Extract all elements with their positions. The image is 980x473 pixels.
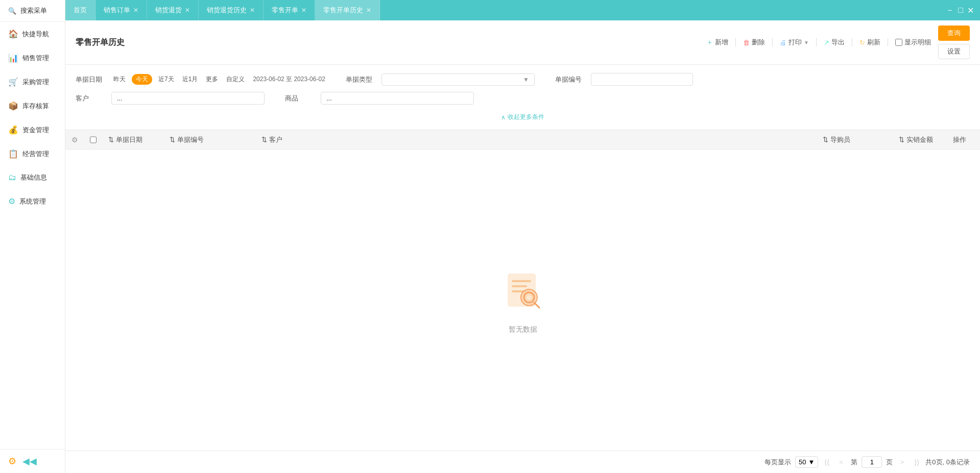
col-amount-sort-icon: ⇅	[899, 136, 904, 143]
add-label: 新增	[715, 38, 728, 47]
collapse-more-button[interactable]: ∧ 收起更多条件	[76, 111, 970, 126]
print-label: 打印	[788, 38, 802, 47]
search-menu-item[interactable]: 🔍 搜索采单	[0, 0, 65, 22]
delete-button[interactable]: 🗑 删除	[743, 38, 765, 47]
search-menu-label: 搜索采单	[20, 6, 47, 15]
baseinfo-icon: 🗂	[8, 173, 16, 182]
date-7days[interactable]: 近7天	[156, 74, 176, 85]
maximize-icon[interactable]: □	[958, 6, 963, 15]
tab-sales-order[interactable]: 销售订单 ✕	[95, 0, 147, 20]
show-detail-checkbox-group[interactable]: 显示明细	[895, 38, 931, 47]
date-range-display: 2023-06-02 至 2023-06-02	[253, 75, 325, 84]
page-word: 第	[851, 458, 857, 467]
tab-retail-open-history[interactable]: 零售开单历史 ✕	[315, 0, 380, 20]
date-yesterday[interactable]: 昨天	[111, 74, 128, 85]
tab-sales-return-history-label: 销货退货历史	[207, 6, 247, 15]
system-icon: ⚙	[8, 196, 15, 206]
col-header-no[interactable]: ⇅ 单据编号	[163, 135, 255, 144]
empty-illustration	[497, 266, 548, 317]
date-today[interactable]: 今天	[132, 74, 152, 85]
goods-filter-select[interactable]: ...	[321, 92, 474, 105]
col-customer-label: 客户	[269, 135, 282, 144]
pagination: 每页显示 50 ▼ ⟨⟨ ＜ 第 1 页 ＞ ⟩⟩ 共0页, 0条记录	[65, 451, 980, 473]
print-dropdown-icon: ▼	[804, 40, 809, 45]
refresh-label: 刷新	[867, 38, 880, 47]
first-page-icon[interactable]: ⟨⟨	[822, 457, 831, 467]
select-all-checkbox-header[interactable]	[84, 136, 102, 143]
date-more[interactable]: 更多	[204, 74, 220, 85]
tab-sales-return-history-close-icon[interactable]: ✕	[250, 7, 255, 14]
table-area: ⚙ ⇅ 单据日期 ⇅ 单据编号 ⇅ 客户 ⇅ 导购员	[65, 130, 980, 451]
refresh-button[interactable]: ↻ 刷新	[859, 38, 880, 47]
sidebar-item-purchase-mgmt[interactable]: 🛒 采购管理	[0, 70, 65, 94]
page-word-2: 页	[886, 458, 893, 467]
divider-1	[735, 38, 736, 46]
type-select-dropdown-icon: ▼	[523, 76, 529, 83]
per-page-select[interactable]: 50 ▼	[795, 456, 818, 468]
sidebar-item-label-operations: 经营管理	[22, 150, 49, 159]
add-button[interactable]: ＋ 新增	[706, 38, 728, 47]
next-page-icon[interactable]: ＞	[897, 457, 908, 468]
col-header-date[interactable]: ⇅ 单据日期	[102, 135, 163, 144]
minimize-icon[interactable]: －	[946, 5, 954, 16]
tab-sales-return[interactable]: 销货退货 ✕	[147, 0, 199, 20]
main-content: 首页 销售订单 ✕ 销货退货 ✕ 销货退货历史 ✕ 零售开单 ✕ 零售开单历史 …	[65, 0, 980, 473]
sidebar-item-label-purchase-mgmt: 采购管理	[22, 78, 49, 87]
customer-filter-select[interactable]: ...	[111, 92, 265, 105]
tab-retail-open-close-icon[interactable]: ✕	[301, 7, 306, 14]
settings-gear-icon[interactable]: ⚙	[8, 456, 16, 467]
col-date-label: 单据日期	[116, 135, 142, 144]
query-button[interactable]: 查询	[938, 26, 970, 41]
type-filter-select[interactable]: ▼	[381, 73, 535, 86]
no-filter-input[interactable]	[591, 73, 693, 86]
divider-4	[852, 38, 852, 46]
select-all-checkbox[interactable]	[90, 136, 97, 143]
sidebar-item-label-system-mgmt: 系统管理	[19, 197, 46, 206]
sidebar-item-label-finance: 资金管理	[22, 126, 49, 135]
sidebar-item-label-quick-nav: 快捷导航	[22, 30, 49, 39]
close-window-icon[interactable]: ✕	[967, 6, 974, 15]
col-header-guide[interactable]: ⇅ 导购员	[817, 135, 878, 144]
sidebar-item-sales-mgmt[interactable]: 📊 销售管理	[0, 46, 65, 70]
tab-home-label: 首页	[74, 6, 87, 15]
sidebar-item-base-info[interactable]: 🗂 基础信息	[0, 166, 65, 189]
per-page-value: 50	[799, 458, 806, 466]
tab-sales-order-close-icon[interactable]: ✕	[133, 7, 138, 14]
tab-sales-return-history[interactable]: 销货退货历史 ✕	[199, 0, 264, 20]
date-custom[interactable]: 自定义	[224, 74, 247, 85]
per-page-dropdown-icon: ▼	[808, 458, 815, 466]
tab-retail-open[interactable]: 零售开单 ✕	[264, 0, 315, 20]
sidebar-item-system-mgmt[interactable]: ⚙ 系统管理	[0, 189, 65, 213]
customer-filter-dots: ...	[117, 94, 123, 102]
sales-icon: 📊	[8, 53, 18, 63]
svg-rect-1	[512, 280, 531, 282]
date-1month[interactable]: 近1月	[180, 74, 200, 85]
tab-home[interactable]: 首页	[65, 0, 95, 20]
tab-sales-return-close-icon[interactable]: ✕	[185, 7, 190, 14]
settings-button[interactable]: 设置	[938, 44, 970, 59]
sidebar-item-operations[interactable]: 📋 经营管理	[0, 142, 65, 166]
tab-retail-open-history-label: 零售开单历史	[323, 6, 363, 15]
collapse-more-label: 收起更多条件	[508, 113, 544, 121]
refresh-icon: ↻	[859, 39, 865, 46]
print-icon: 🖨	[780, 39, 786, 46]
export-button[interactable]: ↗ 导出	[824, 38, 845, 47]
column-settings-icon[interactable]: ⚙	[65, 136, 84, 144]
col-header-customer[interactable]: ⇅ 客户	[255, 135, 817, 144]
sidebar-item-finance[interactable]: 💰 资金管理	[0, 118, 65, 142]
sidebar-item-quick-nav[interactable]: 🏠 快捷导航	[0, 22, 65, 46]
collapse-sidebar-icon[interactable]: ◀◀	[22, 456, 37, 467]
finance-icon: 💰	[8, 125, 18, 135]
col-header-amount[interactable]: ⇅ 实销金额	[878, 135, 939, 144]
tab-retail-open-history-close-icon[interactable]: ✕	[366, 7, 371, 14]
prev-page-icon[interactable]: ＜	[835, 457, 847, 468]
tab-sales-return-label: 销货退货	[155, 6, 182, 15]
col-customer-sort-icon: ⇅	[261, 136, 267, 143]
total-info: 共0页, 0条记录	[925, 458, 970, 467]
last-page-icon[interactable]: ⟩⟩	[912, 457, 921, 467]
print-button[interactable]: 🖨 打印 ▼	[780, 38, 809, 47]
page-input[interactable]: 1	[862, 456, 882, 468]
show-detail-checkbox[interactable]	[895, 39, 902, 46]
search-icon: 🔍	[8, 7, 16, 15]
sidebar-item-inventory[interactable]: 📦 库存核算	[0, 94, 65, 118]
